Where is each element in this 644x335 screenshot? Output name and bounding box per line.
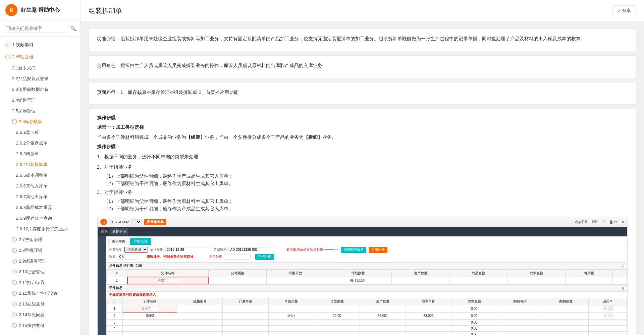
row-del-icon[interactable]: − bbox=[608, 306, 613, 311]
count-input[interactable] bbox=[118, 255, 138, 260]
intro-card: 功能介绍：组装拆卸单用来处理企业组装或拆卸等加工业务，支持有固定装配清单的产品加… bbox=[89, 29, 636, 51]
sidebar-item-transfer[interactable]: 2.6.3调拨单 bbox=[0, 149, 80, 159]
confirm-btn[interactable]: 开始处理 bbox=[255, 254, 274, 260]
sidebar-item-purchase[interactable]: 2.5采购管理 bbox=[0, 106, 80, 116]
docs-sub-items: 2.1新手入门 2.2产品安装及登录 2.3使用前数据准备 2.4销售管理 2.… bbox=[0, 63, 80, 331]
child-name-input-1[interactable] bbox=[141, 307, 158, 311]
sidebar-item-cost-adj[interactable]: 2.6.5成本调整单 bbox=[0, 170, 80, 181]
sidebar-item-docs[interactable]: − 2.帮助文档 bbox=[0, 51, 80, 63]
nav-new-doc[interactable]: 新建单据 bbox=[110, 228, 128, 235]
col-plan-qty: 计划数量 bbox=[324, 270, 391, 277]
search-input[interactable] bbox=[4, 24, 68, 33]
table-row: 1 按计划:1件 bbox=[107, 277, 627, 284]
path-card: 页面路径：1、库存核算->库存管理->组装拆卸单 2、首页->常用功能 bbox=[89, 82, 636, 105]
child-name-cell-1[interactable] bbox=[122, 305, 177, 313]
row2-add-icon[interactable]: + bbox=[603, 314, 607, 318]
parent-name-input[interactable] bbox=[158, 279, 178, 282]
sidebar-item-other-out[interactable]: 2.6.7其他出库单 bbox=[0, 191, 80, 202]
share-button[interactable]: ↗ 分享 bbox=[612, 5, 636, 16]
parent-section-expand[interactable]: ⊞ bbox=[622, 264, 624, 268]
tab-edit[interactable]: 编辑单据 bbox=[108, 238, 129, 245]
sidebar-item-split-stock[interactable]: 2.6.2分量盘点单 bbox=[0, 138, 80, 149]
app-logo: 6 bbox=[100, 219, 107, 225]
sidebar-item-newbie[interactable]: 2.1新手入门 bbox=[0, 63, 80, 73]
inventory-collapse-icon: − bbox=[12, 119, 17, 124]
sidebar-item-online-pay[interactable]: + 2.13在线支付 bbox=[0, 299, 80, 310]
apply-annotation-text: 启用处理 bbox=[209, 255, 222, 259]
sidebar-item-finance[interactable]: + 2.7资金管理 bbox=[0, 234, 80, 245]
app-content-area: 编辑单据 详细信息 业务类型: 组装单据 拆卸单据 bbox=[98, 236, 627, 335]
sidebar-item-coupon[interactable]: + 2.9优惠券管理 bbox=[0, 256, 80, 267]
cases-expand-icon: + bbox=[12, 323, 17, 328]
app-nav-row: 自购 新建单据 bbox=[98, 227, 627, 236]
sidebar-item-ops-mgmt[interactable]: + 2.10经营管理 bbox=[0, 267, 80, 277]
personal-expand-icon: + bbox=[12, 291, 17, 296]
manual-entry-annotation: 无固定清单可以逐条在这里录入 bbox=[109, 293, 156, 296]
tab-detail[interactable]: 详细信息 bbox=[130, 238, 151, 245]
nav-home[interactable]: 自购 bbox=[99, 228, 110, 235]
sidebar-header: 6 好生意 帮助中心 bbox=[0, 0, 80, 20]
type-select[interactable]: 组装单据 拆卸单据 bbox=[124, 247, 148, 253]
child-row-2: 2 第批2 1件/+ 22.00 86.001 68.001 0.00 bbox=[107, 312, 627, 320]
ops-steps-title: 操作步骤： bbox=[97, 144, 628, 150]
apply-annotation-row: 启用处理 bbox=[209, 255, 251, 260]
finance-expand-icon: + bbox=[12, 237, 17, 242]
sidebar-item-stocktake[interactable]: 2.6.1盘点单 bbox=[0, 127, 80, 138]
step2-1: （1）上部明细为父件明细，最终作为产成品生成其它入库单； bbox=[97, 173, 628, 179]
sidebar-item-print[interactable]: + 2.11打印设置 bbox=[0, 277, 80, 288]
brand-name: 好生意 帮助中心 bbox=[21, 7, 60, 14]
bom-annotation-text: 有装配清单的在这里处理 bbox=[286, 248, 323, 252]
role-card: 使用角色：通常由生产人员或库管人员完成拆装业务的操作，库管人员确认原材料的出库和… bbox=[89, 55, 636, 78]
parent-name-cell[interactable] bbox=[127, 277, 208, 284]
code-input[interactable] bbox=[228, 247, 274, 252]
collapse-icon: − bbox=[5, 55, 10, 59]
sidebar-item-goods-cost[interactable]: 2.6.8商品成本重算 bbox=[0, 202, 80, 213]
sidebar-item-assembly[interactable]: 2.6.4组装拆卸单 bbox=[0, 159, 80, 170]
row2-del-icon[interactable]: − bbox=[608, 314, 613, 318]
sidebar-item-video[interactable]: + 1.视频学习 bbox=[0, 39, 80, 51]
child-row-1: 1 bbox=[107, 305, 627, 313]
col-unit: 计量单位 bbox=[266, 270, 324, 277]
sidebar-item-mobile[interactable]: + 2.8手机旺铺 bbox=[0, 245, 80, 256]
page-title: 组装拆卸单 bbox=[89, 6, 122, 15]
intro-text: 功能介绍：组装拆卸单用来处理企业组装或拆卸等加工业务，支持有固定装配清单的产品加… bbox=[97, 35, 628, 43]
child-section-expand[interactable]: ⊞ bbox=[622, 286, 624, 290]
code-label: 单据编号: bbox=[213, 247, 228, 252]
child-section-header: 子件信息 ⊞ bbox=[106, 284, 627, 292]
sidebar-item-faq[interactable]: + 2.14常见问题 bbox=[0, 310, 80, 320]
sidebar-item-install[interactable]: 2.2产品安装及登录 bbox=[0, 73, 80, 84]
step2: 2、对于组装业务 bbox=[97, 163, 628, 171]
sidebar-item-other-in[interactable]: 2.6.6其他入库单 bbox=[0, 181, 80, 191]
apply-input[interactable] bbox=[224, 255, 251, 260]
sidebar-item-personal[interactable]: + 2.12系统个性化设置 bbox=[0, 288, 80, 299]
select-bom-btn[interactable]: 选择装配清单 bbox=[341, 247, 366, 253]
parent-section-label: 父件信息 组件数: 0.00 bbox=[109, 264, 142, 268]
date-input[interactable] bbox=[165, 247, 211, 252]
step3: 3、对于拆装业务 bbox=[97, 188, 628, 197]
sidebar-item-data-prep[interactable]: 2.3使用前数据准备 bbox=[0, 84, 80, 95]
print-expand-icon: + bbox=[12, 280, 17, 285]
sidebar-item-stock-err[interactable]: 2.6.10库存账本错了怎么办 bbox=[0, 224, 80, 234]
new-doc-btn[interactable]: 闲置销售单 bbox=[144, 219, 166, 225]
inventory-sub-items: 2.6.1盘点单 2.6.2分量盘点单 2.6.3调拨单 2.6.4组装拆卸单 … bbox=[0, 127, 80, 234]
scenario1-desc: 当由多个子件材料组装成一个成品的业务为【组装】业务，当由一个父件拆分成多个子产品… bbox=[97, 133, 628, 142]
child-row-3: 3 0.00 bbox=[107, 320, 627, 326]
sidebar-nav: + 1.视频学习 − 2.帮助文档 2.1新手入门 2.2产品安装及登录 2.3… bbox=[0, 37, 80, 335]
sidebar-item-inventory[interactable]: − 2.6库存核算 bbox=[0, 116, 80, 127]
sidebar-item-stock-query[interactable]: 2.6.9库存账本查询 bbox=[0, 213, 80, 224]
ops-expand-icon: + bbox=[12, 270, 17, 274]
role-text: 使用角色：通常由生产人员或库管人员完成拆装业务的操作，库管人员确认原材料的出库和… bbox=[97, 62, 628, 70]
step1: 1、根据不同的业务，选择不同单据的类型来处理 bbox=[97, 153, 628, 161]
app-dropdown[interactable] bbox=[131, 219, 142, 225]
col-parent-spec: 父件规格 bbox=[208, 270, 266, 277]
child-table: # 子件名称 规格型号 计量单位 单位用量 计划数量 生产数量 成本单价 成本金 bbox=[106, 298, 627, 335]
search-button[interactable]: 🔍 bbox=[70, 26, 76, 31]
sidebar-item-cases[interactable]: + 2.15操作案例 bbox=[0, 320, 80, 331]
app-left-sidebar bbox=[98, 236, 106, 335]
field-type: 业务类型: 组装单据 拆卸单据 bbox=[109, 247, 148, 253]
row-add-icon[interactable]: + bbox=[603, 306, 607, 311]
col-prod-qty: 生产数量 bbox=[391, 270, 449, 277]
apply-btn[interactable]: 启用处理 bbox=[369, 247, 387, 253]
sidebar-item-sales[interactable]: 2.4销售管理 bbox=[0, 95, 80, 106]
app-close-icon[interactable]: ✕ bbox=[622, 220, 624, 224]
